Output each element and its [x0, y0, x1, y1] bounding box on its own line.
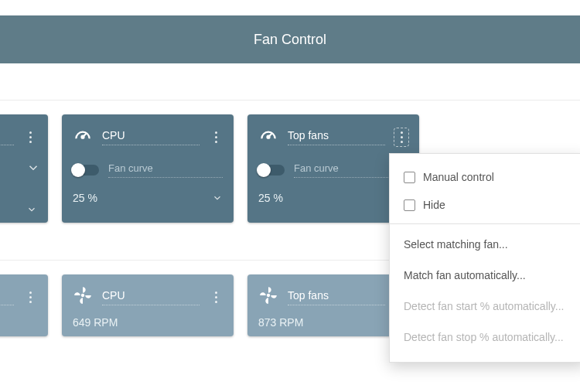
menu-label: Match fan automatically...	[404, 269, 526, 281]
dropdown-button[interactable]	[26, 161, 40, 173]
fan-curve-select[interactable]: Fan curve	[108, 162, 223, 178]
fan-icon	[258, 285, 278, 308]
menu-label: Manual control	[423, 171, 494, 183]
menu-match-fan-auto[interactable]: Match fan automatically...	[390, 260, 580, 291]
control-card: CPU Fan curve 25 %	[62, 114, 234, 223]
manual-toggle[interactable]	[73, 165, 99, 176]
toolbar-spacer	[0, 63, 580, 101]
svg-point-5	[267, 136, 269, 138]
menu-detect-start: Detect fan start % automatically...	[390, 291, 580, 322]
menu-manual-control[interactable]: Manual control	[390, 163, 580, 191]
kebab-icon[interactable]	[209, 290, 223, 305]
sensor-card: CPU 649 RPM	[62, 274, 234, 336]
menu-separator	[390, 223, 580, 224]
gauge-icon	[258, 125, 278, 148]
control-title[interactable]: Top fans	[288, 129, 385, 145]
gauge-icon	[73, 125, 93, 148]
menu-hide[interactable]: Hide	[390, 191, 580, 219]
kebab-icon[interactable]	[209, 130, 223, 145]
manual-toggle[interactable]	[258, 165, 285, 176]
checkbox-icon	[404, 172, 415, 183]
sensor-title[interactable]: CPU	[102, 289, 200, 305]
percent-value: 25 %	[73, 192, 97, 204]
sensor-title[interactable]: e RT:	[0, 289, 14, 305]
app-title: Fan Control	[254, 32, 326, 48]
fan-icon	[73, 285, 93, 308]
expand-chevron-icon[interactable]	[26, 204, 37, 215]
svg-point-8	[267, 294, 270, 297]
svg-point-7	[81, 294, 84, 297]
control-title[interactable]: orce	[0, 129, 14, 145]
menu-label: Select matching fan...	[404, 238, 508, 251]
rpm-value: 873 RPM	[258, 316, 408, 329]
menu-label: Hide	[423, 199, 445, 211]
rpm-value: 649 RPM	[73, 316, 223, 329]
kebab-icon[interactable]	[23, 290, 37, 305]
percent-value: 25 %	[258, 192, 283, 204]
sensor-card: e RT:	[0, 274, 48, 336]
card-context-menu: Manual control Hide Select matching fan.…	[389, 153, 580, 363]
menu-label: Detect fan stop % automatically...	[404, 331, 564, 343]
app-header: Fan Control	[0, 15, 580, 63]
menu-select-matching-fan[interactable]: Select matching fan...	[390, 229, 580, 260]
control-card: orce	[0, 114, 48, 223]
svg-point-3	[81, 136, 84, 138]
menu-label: Detect fan start % automatically...	[404, 300, 565, 312]
expand-chevron-icon[interactable]	[212, 193, 223, 203]
sensor-title[interactable]: Top fans	[288, 289, 385, 305]
kebab-icon[interactable]	[23, 130, 37, 145]
kebab-icon[interactable]	[394, 128, 408, 146]
menu-detect-stop: Detect fan stop % automatically...	[390, 322, 580, 353]
checkbox-icon	[404, 199, 415, 211]
control-title[interactable]: CPU	[102, 129, 200, 145]
